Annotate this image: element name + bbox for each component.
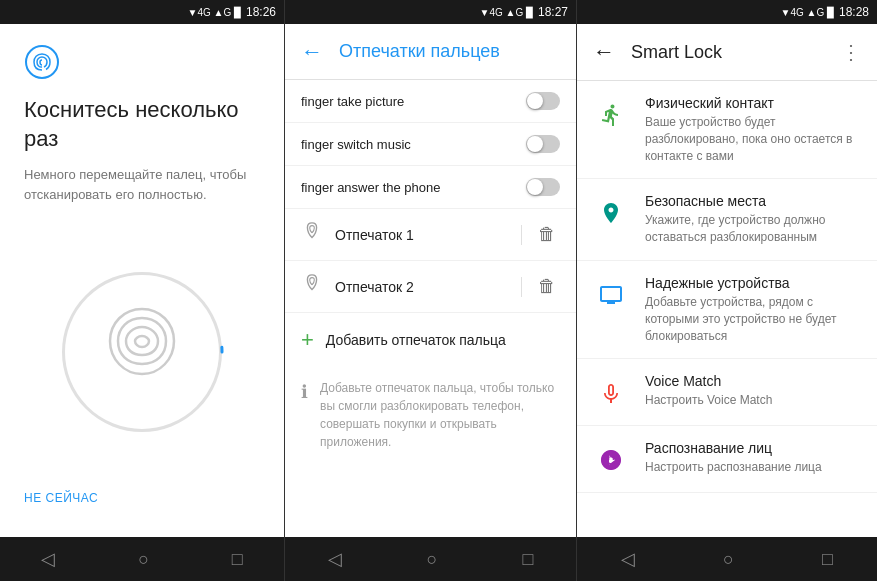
smart-lock-list: Физический контакт Ваше устройство будет… [577, 80, 877, 537]
sl-desc-devices: Добавьте устройства, рядом с которыми эт… [645, 294, 861, 344]
toggle-row-2[interactable]: finger answer the phone [285, 166, 576, 209]
add-fp-label: Добавить отпечаток пальца [326, 332, 506, 348]
panel3-title: Smart Lock [631, 42, 825, 63]
fp-circle-container [24, 224, 260, 479]
sl-item-voice[interactable]: Voice Match Настроить Voice Match [577, 359, 877, 426]
smart-lock-panel: ▼4G ▲G ▉ 18:28 ← Smart Lock ⋮ Физический… [577, 0, 877, 581]
sl-text-physical: Физический контакт Ваше устройство будет… [645, 95, 861, 164]
fp-delete-0[interactable]: 🗑 [534, 224, 560, 245]
status-bar-3: ▼4G ▲G ▉ 18:28 [577, 0, 877, 24]
nav-bar-1: ◁ ○ □ [0, 537, 284, 581]
fp-divider-1 [521, 277, 522, 297]
home-nav-1[interactable]: ○ [122, 541, 165, 578]
status-bar-1: ▼4G ▲G ▉ 18:26 [0, 0, 284, 24]
sl-title-voice: Voice Match [645, 373, 772, 389]
time-3: 18:28 [839, 5, 869, 19]
add-fingerprint-button[interactable]: + Добавить отпечаток пальца [285, 313, 576, 367]
fp-info-text: Добавьте отпечаток пальца, чтобы только … [320, 379, 560, 451]
sl-icon-face [593, 442, 629, 478]
sl-icon-devices [593, 277, 629, 313]
svg-point-0 [26, 46, 58, 78]
panel1-content: Коснитесь несколько раз Немного перемеща… [0, 24, 284, 537]
fp-list-item-1[interactable]: Отпечаток 2 🗑 [285, 261, 576, 313]
fingerprint-scan-panel: ▼4G ▲G ▉ 18:26 Коснитесь несколько раз Н… [0, 0, 284, 581]
toggle-1[interactable] [526, 135, 560, 153]
toggle-row-0[interactable]: finger take picture [285, 80, 576, 123]
home-nav-3[interactable]: ○ [707, 541, 750, 578]
svg-point-3 [608, 458, 610, 460]
toggle-label-0: finger take picture [301, 94, 526, 109]
panel2-title: Отпечатки пальцев [339, 41, 500, 62]
sl-text-voice: Voice Match Настроить Voice Match [645, 373, 772, 409]
info-icon: ℹ [301, 381, 308, 403]
toggle-row-1[interactable]: finger switch music [285, 123, 576, 166]
toggle-label-2: finger answer the phone [301, 180, 526, 195]
fp-icon-1 [301, 273, 323, 300]
sl-title-devices: Надежные устройства [645, 275, 861, 291]
fp-inner-icon [102, 304, 182, 400]
panel2-content: finger take picture finger switch music … [285, 80, 576, 537]
sl-item-physical[interactable]: Физический контакт Ваше устройство будет… [577, 81, 877, 179]
sl-desc-voice: Настроить Voice Match [645, 392, 772, 409]
sl-icon-physical [593, 97, 629, 133]
recents-nav-2[interactable]: □ [507, 541, 550, 578]
status-icons-3: ▼4G ▲G ▉ [780, 7, 834, 18]
fp-info-box: ℹ Добавьте отпечаток пальца, чтобы тольк… [285, 367, 576, 463]
fp-name-1: Отпечаток 2 [335, 279, 509, 295]
sl-title-face: Распознавание лиц [645, 440, 822, 456]
time-1: 18:26 [246, 5, 276, 19]
scan-title: Коснитесь несколько раз [24, 96, 260, 153]
fingerprint-top-icon [24, 44, 60, 80]
nav-bar-2: ◁ ○ □ [285, 537, 576, 581]
sl-desc-places: Укажите, где устройство должно оставатьс… [645, 212, 861, 246]
status-icons-2: ▼4G ▲G ▉ [479, 7, 533, 18]
recents-nav-1[interactable]: □ [216, 541, 259, 578]
toggle-label-1: finger switch music [301, 137, 526, 152]
sl-title-places: Безопасные места [645, 193, 861, 209]
fp-circle [62, 272, 222, 432]
panel2-header: ← Отпечатки пальцев [285, 24, 576, 80]
time-2: 18:27 [538, 5, 568, 19]
not-now-button[interactable]: НЕ СЕЙЧАС [24, 479, 260, 517]
back-nav-3[interactable]: ◁ [605, 540, 651, 578]
status-icons-1: ▼4G ▲G ▉ [187, 7, 241, 18]
scan-description: Немного перемещайте палец, чтобы отскани… [24, 165, 260, 204]
sl-item-places[interactable]: Безопасные места Укажите, где устройство… [577, 179, 877, 261]
add-plus-icon: + [301, 327, 314, 353]
sl-icon-voice [593, 375, 629, 411]
toggle-0[interactable] [526, 92, 560, 110]
back-nav-2[interactable]: ◁ [312, 540, 358, 578]
svg-point-4 [613, 458, 615, 460]
back-arrow-2[interactable]: ← [301, 39, 323, 65]
back-arrow-3[interactable]: ← [593, 39, 615, 65]
recents-nav-3[interactable]: □ [806, 541, 849, 578]
fp-list-item-0[interactable]: Отпечаток 1 🗑 [285, 209, 576, 261]
toggle-2[interactable] [526, 178, 560, 196]
sl-title-physical: Физический контакт [645, 95, 861, 111]
home-nav-2[interactable]: ○ [411, 541, 454, 578]
fp-name-0: Отпечаток 1 [335, 227, 509, 243]
back-nav-1[interactable]: ◁ [25, 540, 71, 578]
fp-icon-0 [301, 221, 323, 248]
more-options-icon[interactable]: ⋮ [841, 40, 861, 64]
fingerprints-list-panel: ▼4G ▲G ▉ 18:27 ← Отпечатки пальцев finge… [284, 0, 577, 581]
sl-text-places: Безопасные места Укажите, где устройство… [645, 193, 861, 246]
sl-text-devices: Надежные устройства Добавьте устройства,… [645, 275, 861, 344]
fp-delete-1[interactable]: 🗑 [534, 276, 560, 297]
sl-item-face[interactable]: Распознавание лиц Настроить распознавани… [577, 426, 877, 493]
sl-item-devices[interactable]: Надежные устройства Добавьте устройства,… [577, 261, 877, 359]
nav-bar-3: ◁ ○ □ [577, 537, 877, 581]
sl-desc-face: Настроить распознавание лица [645, 459, 822, 476]
sl-desc-physical: Ваше устройство будет разблокировано, по… [645, 114, 861, 164]
fp-divider-0 [521, 225, 522, 245]
panel3-header: ← Smart Lock ⋮ [577, 24, 877, 80]
status-bar-2: ▼4G ▲G ▉ 18:27 [285, 0, 576, 24]
sl-text-face: Распознавание лиц Настроить распознавани… [645, 440, 822, 476]
sl-icon-places [593, 195, 629, 231]
